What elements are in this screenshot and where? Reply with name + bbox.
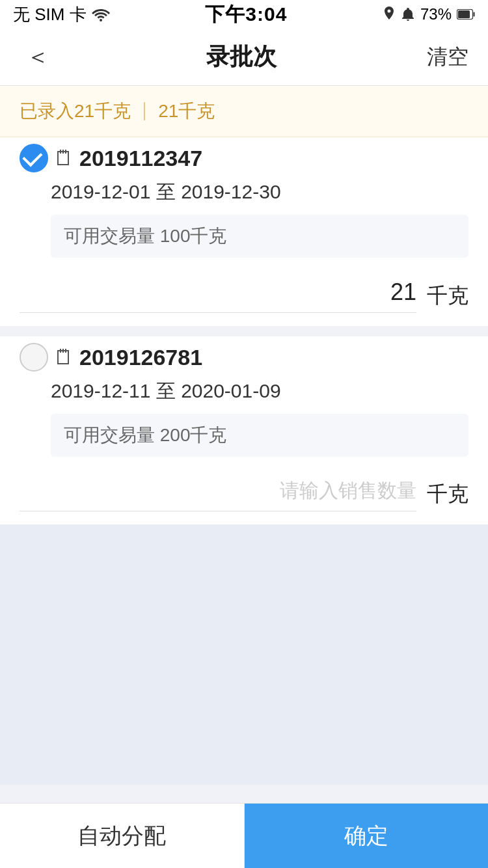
batch-radio-1[interactable] <box>20 144 48 172</box>
battery-percent: 73% <box>420 5 452 23</box>
batch-radio-2[interactable] <box>20 343 48 372</box>
nav-bar: ＜ 录批次 清空 <box>0 29 488 86</box>
location-icon <box>383 7 396 22</box>
page-title: 录批次 <box>206 41 277 73</box>
quantity-placeholder-2[interactable]: 请输入销售数量 <box>20 478 416 504</box>
back-button[interactable]: ＜ <box>20 34 56 79</box>
wifi-icon <box>92 7 110 21</box>
batch-id-1: 2019112347 <box>79 146 202 171</box>
batch-availability-1: 可用交易量 100千克 <box>51 215 468 258</box>
doc-icon-2: 🗒 <box>53 346 74 370</box>
batch-id-2: 2019126781 <box>79 345 202 370</box>
batch-date-row-1: 2019-12-01 至 2019-12-30 <box>0 176 488 208</box>
clear-button[interactable]: 清空 <box>427 43 468 72</box>
svg-rect-2 <box>458 10 470 18</box>
page-content: 🗒 2019112347 2019-12-01 至 2019-12-30 可用交… <box>0 137 488 868</box>
batch-date-row-2: 2019-12-11 至 2020-01-09 <box>0 375 488 407</box>
quantity-unit-1: 千克 <box>427 282 468 310</box>
section-divider <box>0 326 488 336</box>
recorded-amount-value: 21千克 <box>158 99 215 124</box>
status-time: 下午3:04 <box>205 1 287 28</box>
doc-icon-1: 🗒 <box>53 146 74 170</box>
batch-id-row-1: 🗒 2019112347 <box>0 137 488 176</box>
batch-availability-2: 可用交易量 200千克 <box>51 414 468 457</box>
confirm-button[interactable]: 确定 <box>245 804 489 868</box>
quantity-underline-1: 21 <box>20 278 416 313</box>
battery-icon <box>457 9 475 20</box>
status-bar: 无 SIM 卡 下午3:04 73% <box>0 0 488 29</box>
info-banner: 已录入21千克 21千克 <box>0 86 488 137</box>
batch-item-1: 🗒 2019112347 2019-12-01 至 2019-12-30 可用交… <box>0 137 488 326</box>
status-left: 无 SIM 卡 <box>13 3 110 26</box>
alarm-icon <box>401 7 415 22</box>
empty-area <box>0 524 488 785</box>
batch-id-row-2: 🗒 2019126781 <box>0 336 488 375</box>
quantity-row-1: 21 千克 <box>0 268 488 326</box>
bottom-bar: 自动分配 确定 <box>0 803 488 868</box>
info-divider <box>144 102 145 120</box>
quantity-value-1[interactable]: 21 <box>364 278 416 306</box>
batch-date-2: 2019-12-11 至 2020-01-09 <box>51 378 281 405</box>
batch-date-1: 2019-12-01 至 2019-12-30 <box>51 179 281 206</box>
quantity-underline-2: 请输入销售数量 <box>20 478 416 511</box>
carrier-text: 无 SIM 卡 <box>13 3 87 26</box>
quantity-row-2: 请输入销售数量 千克 <box>0 467 488 524</box>
auto-distribute-button[interactable]: 自动分配 <box>0 804 245 868</box>
batch-item-2: 🗒 2019126781 2019-12-11 至 2020-01-09 可用交… <box>0 336 488 524</box>
status-right: 73% <box>383 5 475 23</box>
recorded-amount-label: 已录入21千克 <box>20 99 131 124</box>
quantity-unit-2: 千克 <box>427 480 468 509</box>
svg-rect-1 <box>473 12 474 17</box>
